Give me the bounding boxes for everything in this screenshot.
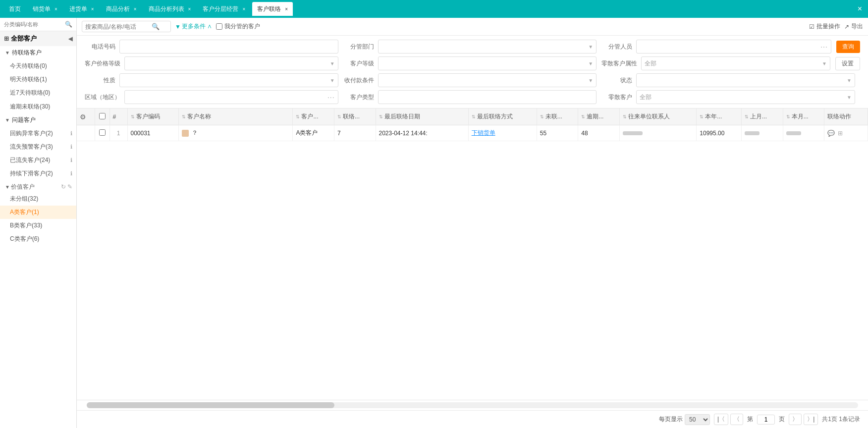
sidebar-item-declining[interactable]: 持续下滑客户(2) ℹ — [0, 167, 76, 180]
th-last-month[interactable]: ⇅ 上月... — [742, 108, 783, 125]
nav-customer-contact-close[interactable]: × — [285, 6, 288, 12]
sidebar-all-customers[interactable]: ⊞ 全部客户 ◀ — [0, 31, 76, 46]
th-this-month[interactable]: ⇅ 本月... — [783, 108, 824, 125]
row-contacts-bar — [623, 131, 643, 135]
settings-btn[interactable]: 设置 — [835, 57, 860, 70]
horizontal-scrollbar[interactable] — [87, 402, 858, 408]
more-conditions-btn[interactable]: ▼ 更多条件 ∧ — [175, 22, 212, 31]
filter-region-label: 区域（地区） — [85, 93, 124, 102]
window-close-button[interactable]: × — [856, 2, 864, 15]
filter-region-input[interactable]: ··· — [124, 90, 338, 104]
sidebar-item-a-class[interactable]: A类客户(1) — [0, 206, 76, 219]
prev-page-btn[interactable]: 〈 — [730, 414, 743, 425]
refresh-icon[interactable]: ↻ — [61, 183, 66, 190]
th-contacts-person[interactable]: ⇅ 往来单位联系人 — [619, 108, 696, 125]
row-overdue: 48 — [581, 130, 588, 137]
nav-analysis-list[interactable]: 商品分析列表 × — [144, 2, 196, 16]
nav-purchase-close[interactable]: × — [91, 6, 94, 12]
edit-icon[interactable]: ✎ — [67, 183, 72, 190]
nav-sales-close[interactable]: × — [54, 6, 57, 12]
export-btn[interactable]: ↗ 导出 — [844, 22, 863, 31]
sidebar-item-churned[interactable]: 已流失客户(24) ℹ — [0, 154, 76, 167]
first-page-btn[interactable]: |〈 — [714, 414, 728, 425]
collapse-icon[interactable]: ◀ — [68, 36, 72, 42]
chat-icon[interactable]: 💬 — [827, 130, 835, 137]
filter-row-3: 性质 ▼ 收付款条件 ▼ 状态 — [85, 73, 860, 87]
th-no-contact[interactable]: ⇅ 未联... — [537, 108, 578, 125]
sidebar-section-pending[interactable]: ▼ 待联络客户 — [0, 46, 76, 59]
filter-manager-input[interactable]: ··· — [636, 40, 831, 54]
filter-customer-type-input[interactable] — [378, 90, 597, 104]
nav-home[interactable]: 首页 — [4, 2, 26, 16]
grid-action-icon[interactable]: ⊞ — [838, 130, 843, 137]
filter-status-select[interactable]: ▼ — [636, 73, 855, 87]
last-page-btn[interactable]: 〉| — [804, 414, 818, 425]
nav-analysis[interactable]: 商品分析 × — [101, 2, 142, 16]
filter-dept-select[interactable]: ▼ — [378, 40, 597, 54]
my-customers-checkbox-label[interactable]: 我分管的客户 — [216, 22, 260, 31]
scattered-attr-dropdown: ▼ — [822, 61, 827, 66]
th-overdue[interactable]: ⇅ 逾期... — [578, 108, 620, 125]
nav-customer-contact[interactable]: 客户联络 × — [252, 2, 293, 16]
select-all-checkbox[interactable] — [99, 113, 106, 119]
sidebar-item-tomorrow[interactable]: 明天待联络(1) — [0, 73, 76, 86]
sidebar-all-label: 全部客户 — [11, 34, 37, 43]
content-area: 🔍 ▼ 更多条件 ∧ 我分管的客户 ☑ 批量操作 ↗ 导出 — [77, 18, 868, 428]
query-btn[interactable]: 查询 — [836, 41, 860, 53]
sidebar-item-today[interactable]: 今天待联络(0) — [0, 59, 76, 73]
pagination: 每页显示 50 100 200 |〈 〈 第 页 〉 〉| 共1页 1条记录 — [77, 410, 868, 428]
nav-analysis-list-close[interactable]: × — [188, 6, 191, 12]
sidebar-item-ungrouped[interactable]: 未分组(32) — [0, 192, 76, 206]
data-table: ⚙ # ⇅ 客户编码 — [77, 108, 868, 141]
filter-nature-select[interactable]: ▼ — [119, 73, 338, 87]
my-customers-checkbox[interactable] — [216, 23, 222, 30]
nav-customer-layer-close[interactable]: × — [242, 6, 245, 12]
nav-customer-layer[interactable]: 客户分层经营 × — [198, 2, 250, 16]
filter-customer-level-select[interactable]: ▼ — [378, 56, 597, 70]
nav-sales-label: 销货单 — [33, 5, 51, 13]
th-name[interactable]: ⇅ 客户名称 — [179, 108, 293, 125]
sidebar-search-input[interactable] — [4, 21, 63, 27]
page-size-select[interactable]: 50 100 200 — [685, 414, 710, 425]
filter-price-level-select[interactable]: ▼ — [124, 56, 338, 70]
th-year-sort-icon: ⇅ — [700, 114, 704, 119]
filter-scattered-attr-select[interactable]: 全部 ▼ — [641, 56, 830, 70]
th-last-date[interactable]: ⇅ 最后联络日期 — [376, 108, 468, 125]
filter-payment-label: 收付款条件 — [343, 76, 378, 85]
th-last-month-label: 上月... — [750, 112, 767, 121]
th-type[interactable]: ⇅ 客户... — [293, 108, 334, 125]
th-contact[interactable]: ⇅ 联络... — [334, 108, 376, 125]
table-settings-icon[interactable]: ⚙ — [80, 113, 86, 121]
row-last-method[interactable]: 下销货单 — [472, 129, 495, 136]
td-this-month — [783, 125, 824, 141]
nav-purchase[interactable]: 进货单 × — [64, 2, 99, 16]
horizontal-scrollbar-thumb[interactable] — [87, 402, 334, 408]
sidebar-section-problem-label: 问题客户 — [12, 116, 36, 124]
page-input[interactable] — [757, 415, 775, 425]
th-code[interactable]: ⇅ 客户编码 — [127, 108, 179, 125]
filter-scattered-select[interactable]: 全部 ▼ — [636, 90, 855, 104]
filter-phone-input[interactable] — [119, 40, 338, 54]
nav-customer-layer-label: 客户分层经营 — [203, 5, 238, 13]
th-code-sort-icon: ⇅ — [131, 114, 135, 119]
sidebar-item-churn-warning[interactable]: 流失预警客户(3) ℹ — [0, 140, 76, 154]
th-year-amount[interactable]: ⇅ 本年... — [697, 108, 742, 125]
batch-ops-btn[interactable]: ☑ 批量操作 — [809, 22, 840, 31]
sidebar-item-c-class[interactable]: C类客户(6) — [0, 232, 76, 246]
sidebar-section-problem[interactable]: ▼ 问题客户 — [0, 113, 76, 127]
sidebar-item-7days[interactable]: 近7天待联络(0) — [0, 86, 76, 100]
sidebar-item-repurchase-abnormal[interactable]: 回购异常客户(2) ℹ — [0, 127, 76, 140]
nav-analysis-close[interactable]: × — [134, 6, 137, 12]
filter-customer-level: 客户等级 ▼ — [343, 56, 602, 70]
th-last-method[interactable]: ⇅ 最后联络方式 — [468, 108, 537, 125]
filter-payment-select[interactable]: ▼ — [378, 73, 597, 87]
next-page-btn[interactable]: 〉 — [789, 414, 802, 425]
sidebar-item-overdue[interactable]: 逾期未联络(30) — [0, 100, 76, 113]
nature-dropdown: ▼ — [330, 78, 335, 83]
customer-level-dropdown: ▼ — [588, 61, 593, 66]
sidebar-item-b-class[interactable]: B类客户(33) — [0, 219, 76, 232]
nav-sales[interactable]: 销货单 × — [28, 2, 62, 16]
row-checkbox[interactable] — [99, 129, 106, 136]
filter-search-input[interactable] — [85, 23, 150, 30]
td-code: 000031 — [127, 125, 179, 141]
